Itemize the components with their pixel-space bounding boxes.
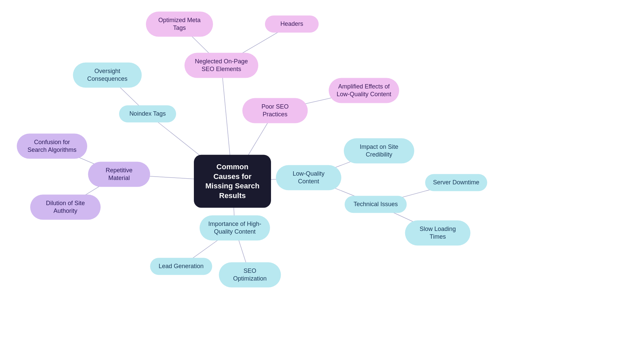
node-importanceHighQuality[interactable]: Importance of High-Quality Content [200, 216, 270, 241]
node-repetitiveMaterial[interactable]: Repetitive Material [88, 162, 150, 187]
node-poorSEO[interactable]: Poor SEO Practices [243, 98, 308, 123]
node-oversightConsequences[interactable]: Oversight Consequences [73, 63, 142, 88]
node-lowQualityContent[interactable]: Low-Quality Content [276, 165, 341, 190]
node-technicalIssues[interactable]: Technical Issues [345, 196, 407, 213]
node-dilutionSiteAuthority[interactable]: Dilution of Site Authority [30, 195, 101, 220]
node-amplifiedEffects[interactable]: Amplified Effects of Low-Quality Content [329, 78, 399, 103]
node-confusionSearchAlgorithms[interactable]: Confusion for Search Algorithms [17, 134, 87, 159]
node-center[interactable]: Common Causes for Missing Search Results [194, 155, 271, 208]
node-noindexTags[interactable]: Noindex Tags [119, 105, 176, 122]
mindmap-container: Common Causes for Missing Search Results… [0, 0, 644, 363]
node-serverDowntime[interactable]: Server Downtime [425, 174, 487, 191]
node-impactSiteCredibility[interactable]: Impact on Site Credibility [344, 138, 414, 164]
node-headers[interactable]: Headers [265, 15, 319, 33]
node-leadGeneration[interactable]: Lead Generation [150, 258, 212, 275]
node-optimizedMetaTags[interactable]: Optimized Meta Tags [146, 12, 213, 37]
node-slowLoadingTimes[interactable]: Slow Loading Times [405, 221, 471, 246]
node-neglectedOnPage[interactable]: Neglected On-Page SEO Elements [184, 53, 258, 78]
node-seoOptimization[interactable]: SEO Optimization [219, 262, 281, 288]
